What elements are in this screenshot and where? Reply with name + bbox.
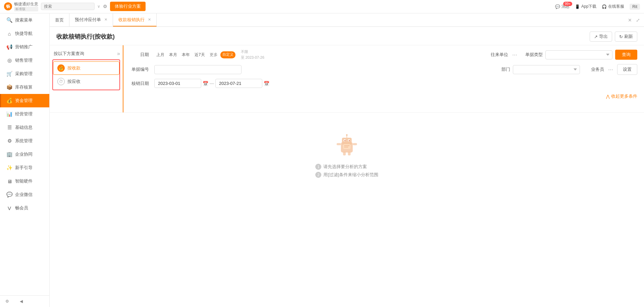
online-service-btn[interactable]: 🎧 在线客服: [602, 4, 624, 9]
date-btn-this-month[interactable]: 本月: [167, 51, 179, 58]
svg-rect-10: [343, 152, 346, 155]
filter-form-area: 日期 上月 本月 本年 近7天 更多 自定义: [123, 45, 644, 112]
sidebar-item-wechat[interactable]: 💬 企业微信: [0, 188, 49, 201]
svg-point-4: [344, 140, 345, 141]
filter-form: 日期 上月 本月 本年 近7天 更多 自定义: [123, 45, 644, 112]
staff-dots[interactable]: ···: [607, 66, 614, 73]
app-download-btn[interactable]: 📱 App下载: [575, 4, 596, 9]
collapse-more-label: 收起更多条件: [611, 93, 637, 99]
query-button[interactable]: 查询: [615, 50, 637, 60]
settings-button[interactable]: 设置: [617, 64, 637, 75]
sidebar-item-hardware[interactable]: 🖥 智能硬件: [0, 174, 49, 188]
export-button[interactable]: ↗ 导出: [590, 32, 612, 42]
writeoff-date-label: 核销日期: [130, 81, 149, 87]
hardware-icon: 🖥: [6, 178, 12, 184]
by-receipt-icon: 💰: [57, 64, 65, 72]
sidebar-label-quick-nav: 快捷导航: [15, 31, 33, 37]
writeoff-end-cal-icon[interactable]: 📅: [264, 81, 269, 86]
dept-label: 部门: [491, 66, 510, 72]
counterpart-label: 往来单位: [489, 52, 508, 58]
quick-nav-icon: ⌂: [6, 31, 12, 37]
sidebar-item-system[interactable]: ⚙ 系统管理: [0, 134, 49, 148]
marketing-icon: 📢: [6, 44, 12, 50]
sidebar-item-inventory[interactable]: 📦 库存核算: [0, 81, 49, 94]
search-input[interactable]: [41, 3, 95, 10]
svg-rect-11: [348, 152, 351, 155]
hint-num-1: 1: [315, 164, 321, 170]
writeoff-start-cal-icon[interactable]: 📅: [203, 81, 208, 86]
sidebar-item-finance[interactable]: 💰 资金管理: [0, 94, 49, 107]
sidebar-item-quick-nav[interactable]: ⌂ 快捷导航: [0, 27, 49, 40]
tab-receivable-close[interactable]: ✕: [148, 17, 151, 22]
tab-prepayment[interactable]: 预付冲应付单 ✕: [69, 13, 113, 27]
empty-state: 1 请先选择要分析的方案 2 用[过滤]条件来缩小分析范围: [50, 113, 644, 200]
by-receivable-icon: ⏱: [57, 78, 65, 85]
doc-type-label: 单据类型: [524, 52, 543, 58]
content-area: 首页 预付冲应付单 ✕ 收款核销执行 ✕ ✕ ⤢ 收款核销执行(按收款): [50, 13, 644, 307]
sidebar-item-search-menu[interactable]: 🔍 搜索菜单: [0, 13, 49, 27]
refresh-button[interactable]: ↻ 刷新: [615, 32, 637, 42]
dropdown-chevron-icon[interactable]: ∨: [97, 4, 100, 9]
sales-icon: ◎: [6, 57, 12, 63]
sidebar-label-purchase: 采购管理: [15, 71, 33, 77]
tab-receivable[interactable]: 收款核销执行 ✕: [113, 13, 157, 27]
doc-no-label: 单据编号: [130, 66, 149, 72]
sidebar-item-member[interactable]: V 畅会员: [0, 201, 49, 215]
sidebar-item-marketing[interactable]: 📢 营销推广: [0, 40, 49, 54]
username-display[interactable]: Rit: [630, 4, 640, 10]
doc-no-input[interactable]: [154, 65, 241, 74]
page-inner: 收款核销执行(按收款) ↗ 导出 ↻ 刷新: [50, 27, 644, 307]
refresh-label: 刷新: [624, 34, 633, 40]
doc-type-select[interactable]: [545, 50, 612, 59]
topbar-left: 畅 畅捷通好生意 标准版 ∨ ⚙ 体验行业方案: [4, 2, 146, 11]
sidebar-item-purchase[interactable]: 🛒 采购管理: [0, 67, 49, 81]
tab-close-btn[interactable]: ✕: [627, 16, 633, 24]
writeoff-end-input[interactable]: [215, 79, 262, 88]
dept-select[interactable]: [513, 65, 580, 74]
app-icon: 📱: [575, 4, 580, 9]
sidebar-item-operation[interactable]: 📊 经营管理: [0, 107, 49, 121]
dept-group: 部门: [491, 65, 580, 74]
filter-option-by-receipt[interactable]: 💰 按收款: [53, 61, 119, 75]
tab-home[interactable]: 首页: [50, 13, 69, 27]
basic-info-icon: ☰: [6, 124, 12, 131]
sidebar-label-search-menu: 搜索菜单: [15, 17, 33, 23]
empty-hint-1-text: 请先选择要分析的方案: [323, 164, 367, 170]
sidebar-item-guide[interactable]: ✨ 新手引导: [0, 161, 49, 174]
refresh-icon: ↻: [619, 34, 623, 39]
svg-point-7: [346, 134, 348, 136]
by-receivable-label: 按应收: [67, 79, 80, 85]
solution-button[interactable]: 体验行业方案: [110, 2, 146, 11]
collapse-more-btn[interactable]: ⋀ 收起更多条件: [606, 93, 637, 99]
filter-panel-collapse-icon[interactable]: »: [117, 51, 120, 57]
purchase-icon: 🛒: [6, 71, 12, 77]
writeoff-start-input[interactable]: [154, 79, 201, 88]
filter-row-3: 核销日期 📅 — 📅: [130, 79, 637, 88]
date-btn-more[interactable]: 更多: [208, 51, 220, 58]
sidebar-label-wechat: 企业微信: [15, 192, 33, 198]
member-icon: V: [6, 205, 12, 211]
app-download-label: App下载: [581, 4, 596, 9]
date-btn-this-year[interactable]: 本年: [180, 51, 192, 58]
date-btn-7days[interactable]: 近7天: [193, 51, 207, 58]
sidebar-collapse-btn[interactable]: ◀: [14, 296, 28, 307]
empty-hint-2-text: 用[过滤]条件来缩小分析范围: [323, 172, 378, 178]
sidebar-label-marketing: 营销推广: [15, 44, 33, 50]
date-no-limit: 不限: [241, 49, 248, 54]
settings-icon[interactable]: ⚙: [103, 4, 107, 9]
sidebar-item-sales[interactable]: ◎ 销售管理: [0, 54, 49, 67]
filter-option-by-receivable[interactable]: ⏱ 按应收: [53, 75, 119, 88]
date-btn-last-month[interactable]: 上月: [154, 51, 166, 58]
message-btn[interactable]: 💬 消息 99+: [555, 4, 570, 9]
sidebar-label-finance: 资金管理: [15, 98, 33, 104]
tab-expand-btn[interactable]: ⤢: [635, 16, 641, 24]
tab-prepayment-close[interactable]: ✕: [104, 17, 107, 22]
service-label: 在线客服: [608, 4, 624, 9]
counterpart-dots[interactable]: ···: [511, 51, 519, 58]
sidebar-settings-btn[interactable]: ⚙: [0, 296, 14, 307]
date-custom-badge[interactable]: 自定义: [220, 51, 235, 58]
date-no-limit-area: 不限 至 2023-07-26: [241, 49, 264, 60]
sidebar-item-enterprise[interactable]: 🏢 企业协同: [0, 148, 49, 161]
sidebar-label-system: 系统管理: [15, 138, 33, 144]
sidebar-item-basic-info[interactable]: ☰ 基础信息: [0, 121, 49, 134]
